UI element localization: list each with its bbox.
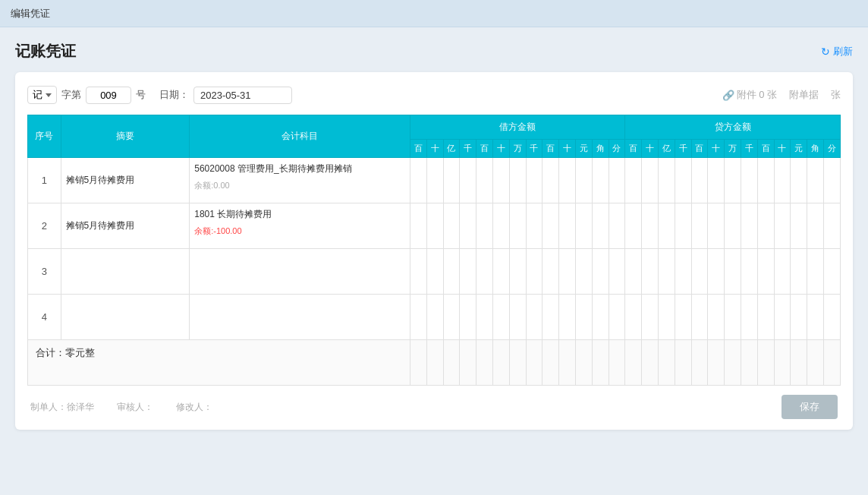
date-input[interactable] — [193, 87, 292, 104]
debit-cell[interactable] — [559, 249, 576, 295]
credit-cell[interactable] — [642, 203, 659, 249]
credit-cell[interactable] — [741, 158, 757, 203]
debit-cell[interactable] — [426, 158, 443, 203]
debit-cell[interactable] — [609, 295, 625, 340]
row-summary[interactable]: 摊销5月待摊费用 — [61, 158, 190, 203]
credit-cell[interactable] — [642, 249, 659, 295]
credit-cell[interactable] — [741, 249, 757, 295]
debit-cell[interactable] — [592, 249, 609, 295]
credit-cell[interactable] — [625, 203, 642, 249]
debit-cell[interactable] — [575, 158, 592, 203]
debit-cell[interactable] — [410, 295, 426, 340]
debit-cell[interactable] — [542, 249, 559, 295]
credit-cell[interactable] — [741, 203, 757, 249]
debit-cell[interactable] — [609, 249, 625, 295]
debit-cell[interactable] — [542, 295, 559, 340]
row-account[interactable]: 56020008 管理费用_长期待摊费用摊销余额:0.00 — [190, 158, 410, 203]
credit-cell[interactable] — [658, 249, 675, 295]
debit-cell[interactable] — [609, 158, 625, 203]
credit-cell[interactable] — [757, 203, 774, 249]
credit-cell[interactable] — [725, 203, 741, 249]
row-seq[interactable]: 2 — [28, 203, 61, 249]
credit-cell[interactable] — [642, 158, 659, 203]
credit-cell[interactable] — [791, 249, 807, 295]
credit-cell[interactable] — [725, 295, 741, 340]
credit-cell[interactable] — [642, 295, 659, 340]
credit-cell[interactable] — [625, 295, 642, 340]
credit-cell[interactable] — [625, 249, 642, 295]
debit-cell[interactable] — [526, 249, 542, 295]
row-seq[interactable]: 3 — [28, 249, 61, 295]
credit-cell[interactable] — [823, 158, 840, 203]
credit-cell[interactable] — [675, 249, 691, 295]
debit-cell[interactable] — [542, 203, 559, 249]
credit-cell[interactable] — [807, 158, 824, 203]
row-seq[interactable]: 1 — [28, 158, 61, 203]
credit-cell[interactable] — [625, 158, 642, 203]
credit-cell[interactable] — [725, 249, 741, 295]
debit-cell[interactable] — [426, 203, 443, 249]
debit-cell[interactable] — [443, 295, 460, 340]
debit-cell[interactable] — [609, 203, 625, 249]
debit-cell[interactable] — [526, 158, 542, 203]
credit-cell[interactable] — [675, 295, 691, 340]
ji-select[interactable]: 记 — [27, 86, 57, 104]
debit-cell[interactable] — [410, 203, 426, 249]
debit-cell[interactable] — [575, 249, 592, 295]
row-seq[interactable]: 4 — [28, 295, 61, 340]
row-account[interactable] — [190, 295, 410, 340]
debit-cell[interactable] — [460, 295, 476, 340]
debit-cell[interactable] — [476, 158, 493, 203]
debit-cell[interactable] — [476, 249, 493, 295]
row-summary[interactable]: 摊销5月待摊费用 — [61, 203, 190, 249]
credit-cell[interactable] — [823, 295, 840, 340]
credit-cell[interactable] — [741, 295, 757, 340]
row-account[interactable]: 1801 长期待摊费用余额:-100.00 — [190, 203, 410, 249]
row-account[interactable] — [190, 249, 410, 295]
debit-cell[interactable] — [575, 203, 592, 249]
credit-cell[interactable] — [757, 249, 774, 295]
credit-cell[interactable] — [774, 249, 791, 295]
credit-cell[interactable] — [823, 249, 840, 295]
debit-cell[interactable] — [559, 158, 576, 203]
credit-cell[interactable] — [708, 158, 725, 203]
debit-cell[interactable] — [492, 295, 509, 340]
credit-cell[interactable] — [807, 295, 824, 340]
credit-cell[interactable] — [691, 203, 708, 249]
credit-cell[interactable] — [807, 249, 824, 295]
debit-cell[interactable] — [426, 249, 443, 295]
debit-cell[interactable] — [526, 203, 542, 249]
credit-cell[interactable] — [807, 203, 824, 249]
credit-cell[interactable] — [691, 295, 708, 340]
credit-cell[interactable] — [658, 203, 675, 249]
debit-cell[interactable] — [492, 158, 509, 203]
credit-cell[interactable] — [774, 203, 791, 249]
credit-cell[interactable] — [708, 203, 725, 249]
debit-cell[interactable] — [542, 158, 559, 203]
credit-cell[interactable] — [675, 158, 691, 203]
debit-cell[interactable] — [460, 158, 476, 203]
debit-cell[interactable] — [526, 295, 542, 340]
credit-cell[interactable] — [823, 203, 840, 249]
debit-cell[interactable] — [509, 249, 526, 295]
credit-cell[interactable] — [774, 158, 791, 203]
attach-link[interactable]: 🔗 附件 0 张 — [722, 88, 777, 102]
credit-cell[interactable] — [757, 295, 774, 340]
credit-cell[interactable] — [725, 158, 741, 203]
debit-cell[interactable] — [592, 158, 609, 203]
save-button[interactable]: 保存 — [782, 395, 838, 419]
credit-cell[interactable] — [675, 203, 691, 249]
debit-cell[interactable] — [559, 203, 576, 249]
debit-cell[interactable] — [443, 203, 460, 249]
refresh-button[interactable]: ↻ 刷新 — [821, 45, 853, 58]
debit-cell[interactable] — [492, 203, 509, 249]
debit-cell[interactable] — [509, 295, 526, 340]
credit-cell[interactable] — [791, 158, 807, 203]
debit-cell[interactable] — [476, 295, 493, 340]
debit-cell[interactable] — [492, 249, 509, 295]
credit-cell[interactable] — [708, 249, 725, 295]
debit-cell[interactable] — [559, 295, 576, 340]
debit-cell[interactable] — [460, 249, 476, 295]
debit-cell[interactable] — [443, 158, 460, 203]
debit-cell[interactable] — [509, 158, 526, 203]
